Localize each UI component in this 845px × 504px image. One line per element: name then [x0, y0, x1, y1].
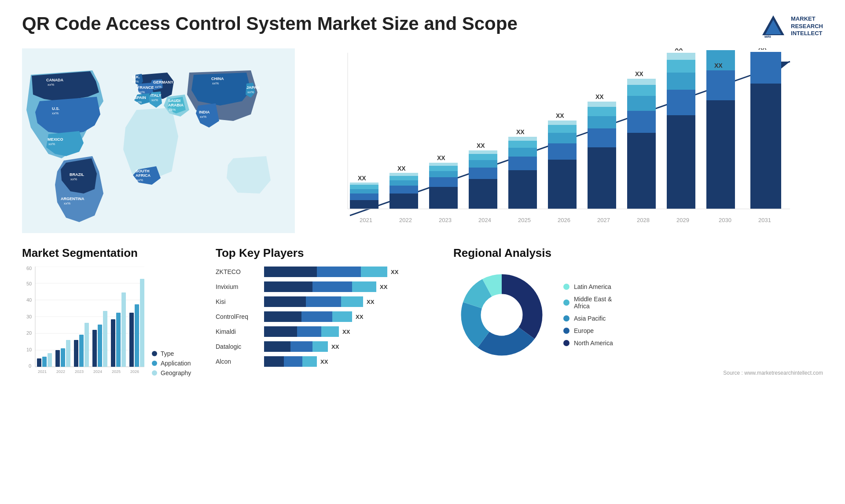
svg-rect-50	[588, 116, 616, 128]
market-segmentation: Market Segmentation 0 10 20 30 40 50 60	[22, 246, 207, 413]
logo-text: MARKET RESEARCH INTELLECT	[791, 15, 823, 38]
saudi-value: xx%	[169, 108, 176, 112]
svg-text:2025: 2025	[112, 369, 121, 374]
svg-text:2021: 2021	[38, 369, 47, 374]
player-bar-datalogic: XX	[264, 341, 445, 352]
player-bar-kisi: XX	[264, 296, 445, 307]
germany-label: GERMANY	[153, 80, 173, 84]
svg-rect-31	[469, 150, 497, 154]
legend-geo-dot	[152, 370, 157, 376]
svg-rect-70	[706, 70, 735, 100]
svg-rect-57	[627, 96, 656, 111]
svg-text:2026: 2026	[558, 217, 570, 223]
legend-la-dot	[563, 284, 569, 290]
player-name-alcon: Alcon	[216, 358, 260, 365]
svg-text:2022: 2022	[399, 217, 412, 223]
svg-rect-37	[508, 141, 537, 148]
legend-app-label: Application	[161, 360, 191, 367]
svg-rect-114	[121, 292, 126, 367]
logo-icon: MRI	[760, 13, 786, 40]
svg-rect-64	[667, 73, 695, 90]
legend-europe: Europe	[563, 327, 613, 334]
svg-rect-7	[350, 194, 378, 200]
svg-rect-52	[588, 102, 616, 107]
svg-rect-110	[103, 311, 107, 367]
svg-rect-36	[508, 148, 537, 157]
player-name-kisi: Kisi	[216, 298, 260, 305]
svg-text:2023: 2023	[439, 217, 452, 223]
legend-na-dot	[563, 340, 569, 346]
china-value: xx%	[212, 81, 219, 85]
italy-value: xx%	[151, 98, 158, 102]
legend-na-label: North America	[574, 340, 613, 347]
svg-text:2030: 2030	[719, 217, 731, 223]
svg-rect-20	[429, 187, 458, 209]
player-bar-zkteco: XX	[264, 267, 445, 277]
saudi-label: SAUDI	[168, 99, 180, 103]
svg-rect-112	[111, 319, 115, 367]
legend-la-label: Latin America	[574, 283, 611, 290]
legend-geo-label: Geography	[161, 369, 191, 376]
svg-text:2024: 2024	[93, 369, 102, 374]
player-row: Datalogic XX	[216, 341, 445, 352]
japan-label: JAPAN	[246, 85, 260, 90]
key-players: Top Key Players ZKTECO XX Invixium	[216, 246, 445, 413]
svg-text:2024: 2024	[478, 217, 491, 223]
svg-rect-44	[548, 125, 577, 133]
svg-rect-96	[37, 358, 41, 367]
svg-text:2029: 2029	[676, 217, 689, 223]
svg-rect-102	[66, 340, 70, 367]
svg-rect-21	[429, 177, 458, 187]
svg-point-125	[482, 296, 521, 334]
spain-value: xx%	[135, 100, 142, 104]
svg-rect-104	[74, 340, 78, 367]
canada-value: xx%	[48, 83, 54, 87]
svg-rect-51	[588, 107, 616, 116]
svg-rect-105	[79, 335, 84, 367]
japan-value: xx%	[247, 90, 254, 94]
mexico-value: xx%	[48, 142, 55, 146]
top-section: CANADA xx% U.S. xx% MEXICO xx% BRAZIL xx…	[22, 48, 823, 233]
svg-text:2025: 2025	[518, 217, 531, 223]
player-bar-controlfreq: XX	[264, 311, 445, 322]
legend-geography: Geography	[152, 369, 191, 376]
donut-chart	[453, 267, 550, 363]
svg-text:2026: 2026	[130, 369, 139, 374]
svg-text:30: 30	[26, 314, 32, 319]
svg-text:XX: XX	[516, 128, 525, 135]
svg-rect-117	[135, 304, 139, 367]
player-name-invixium: Invixium	[216, 283, 260, 290]
player-name-zkteco: ZKTECO	[216, 268, 260, 275]
svg-rect-108	[92, 330, 97, 367]
svg-rect-23	[429, 166, 458, 171]
map-container: CANADA xx% U.S. xx% MEXICO xx% BRAZIL xx…	[22, 48, 295, 233]
svg-rect-101	[61, 348, 65, 367]
player-name-kimaldi: Kimaldi	[216, 328, 260, 335]
svg-rect-42	[548, 143, 577, 160]
svg-rect-35	[508, 157, 537, 170]
player-bar-kimaldi: XX	[264, 326, 445, 337]
legend-asia-pacific: Asia Pacific	[563, 315, 613, 322]
svg-text:XX: XX	[477, 142, 485, 149]
svg-text:2021: 2021	[360, 217, 372, 223]
svg-rect-69	[706, 100, 735, 209]
svg-text:40: 40	[26, 297, 32, 303]
svg-rect-100	[55, 350, 60, 367]
svg-rect-48	[588, 147, 616, 209]
uk-value: xx%	[132, 80, 139, 84]
canada-label: CANADA	[46, 78, 63, 82]
saudi-label2: ARABIA	[168, 103, 184, 107]
india-value: xx%	[200, 115, 206, 119]
mexico-label: MEXICO	[48, 137, 63, 142]
header: QR Code Access Control System Market Siz…	[22, 13, 823, 40]
svg-rect-75	[750, 52, 781, 84]
svg-rect-28	[469, 168, 497, 179]
svg-rect-14	[389, 186, 418, 194]
legend-application: Application	[152, 360, 191, 367]
svg-rect-17	[389, 173, 418, 176]
svg-text:20: 20	[26, 330, 32, 336]
svg-rect-10	[350, 183, 378, 185]
regional-analysis: Regional Analysis	[453, 246, 823, 413]
safrica-label2: AFRICA	[136, 173, 151, 178]
svg-rect-56	[627, 111, 656, 133]
